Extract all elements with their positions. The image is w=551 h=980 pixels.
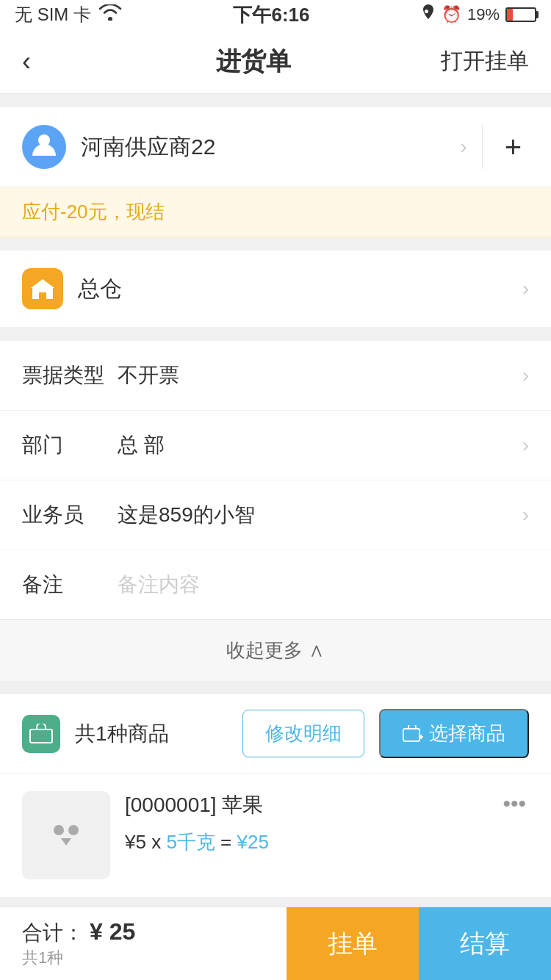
form-section: 票据类型 不开票 › 部门 总 部 › 业务员 这是859的小智 › 备注 备注… bbox=[0, 340, 551, 619]
time-label: 下午6:16 bbox=[233, 2, 309, 28]
product-id: [0000001] bbox=[125, 793, 222, 816]
sales-label: 业务员 bbox=[22, 501, 118, 529]
supplier-name: 河南供应商22 bbox=[81, 132, 460, 162]
section-gap-2 bbox=[0, 237, 551, 251]
product-thumbnail bbox=[22, 791, 110, 879]
nav-bar: ‹ 进货单 打开挂单 bbox=[0, 29, 551, 94]
warehouse-row[interactable]: 总仓 › bbox=[0, 251, 551, 327]
svg-rect-4 bbox=[403, 729, 419, 741]
dept-label: 部门 bbox=[22, 431, 118, 459]
edit-detail-button[interactable]: 修改明细 bbox=[242, 710, 364, 757]
product-count-label: 共1种商品 bbox=[75, 720, 228, 748]
total-label: 合计： bbox=[22, 919, 84, 947]
section-gap-4 bbox=[0, 681, 551, 694]
invoice-row[interactable]: 票据类型 不开票 › bbox=[0, 340, 551, 410]
warehouse-icon bbox=[22, 268, 63, 309]
supplier-divider bbox=[482, 125, 483, 169]
svg-rect-3 bbox=[30, 729, 52, 743]
user-icon bbox=[31, 131, 57, 163]
dept-chevron-icon: › bbox=[522, 433, 529, 457]
product-total: ¥25 bbox=[237, 831, 269, 853]
supplier-section: 河南供应商22 › + 应付-20元，现结 bbox=[0, 107, 551, 237]
checkout-button[interactable]: 结算 bbox=[419, 907, 551, 980]
status-right: ⏰ 19% bbox=[421, 4, 536, 25]
select-product-button[interactable]: 选择商品 bbox=[379, 709, 529, 758]
battery-icon bbox=[505, 7, 536, 22]
product-item: [0000001] 苹果 ¥5 x 5千克 = ¥25 ••• bbox=[0, 773, 551, 897]
owl-icon bbox=[54, 825, 79, 846]
product-more-button[interactable]: ••• bbox=[500, 791, 529, 816]
product-price-row: ¥5 x 5千克 = ¥25 bbox=[125, 829, 485, 855]
back-button[interactable]: ‹ bbox=[22, 46, 66, 77]
remark-label: 备注 bbox=[22, 571, 118, 599]
battery-label: 19% bbox=[467, 5, 500, 24]
remark-input[interactable]: 备注内容 bbox=[118, 571, 529, 599]
remark-row[interactable]: 备注 备注内容 bbox=[0, 550, 551, 619]
status-bar: 无 SIM 卡 下午6:16 ⏰ 19% bbox=[0, 0, 551, 29]
sales-value: 这是859的小智 bbox=[118, 501, 522, 529]
svg-rect-2 bbox=[39, 292, 46, 299]
alarm-icon: ⏰ bbox=[442, 5, 461, 24]
warehouse-section: 总仓 › bbox=[0, 251, 551, 327]
bottom-bar: 合计： ¥ 25 共1种 挂单 结算 bbox=[0, 907, 551, 980]
supplier-chevron-icon: › bbox=[460, 135, 467, 159]
carrier-label: 无 SIM 卡 bbox=[15, 3, 91, 26]
warehouse-name: 总仓 bbox=[78, 274, 522, 304]
product-name: [0000001] 苹果 bbox=[125, 791, 485, 819]
invoice-value: 不开票 bbox=[118, 361, 522, 389]
product-header: 共1种商品 修改明细 选择商品 bbox=[0, 694, 551, 773]
product-icon bbox=[22, 715, 60, 753]
collapse-bar[interactable]: 收起更多 ∧ bbox=[0, 619, 551, 681]
location-icon bbox=[421, 4, 436, 25]
invoice-chevron-icon: › bbox=[522, 364, 529, 387]
select-product-label: 选择商品 bbox=[429, 721, 505, 746]
dept-value: 总 部 bbox=[118, 431, 522, 459]
warehouse-chevron-icon: › bbox=[522, 277, 529, 300]
add-supplier-button[interactable]: + bbox=[497, 131, 529, 164]
total-section: 合计： ¥ 25 共1种 bbox=[0, 907, 287, 980]
collapse-label: 收起更多 ∧ bbox=[226, 639, 324, 661]
product-info: [0000001] 苹果 ¥5 x 5千克 = ¥25 bbox=[125, 791, 485, 855]
section-gap-1 bbox=[0, 94, 551, 107]
total-count: 共1种 bbox=[22, 947, 264, 969]
product-qty: 5千克 bbox=[166, 831, 215, 853]
warning-text: 应付-20元，现结 bbox=[22, 201, 165, 223]
invoice-label: 票据类型 bbox=[22, 361, 118, 389]
wifi-icon bbox=[98, 4, 122, 25]
hang-button[interactable]: 挂单 bbox=[287, 907, 419, 980]
sales-chevron-icon: › bbox=[522, 503, 529, 527]
supplier-avatar bbox=[22, 125, 66, 169]
warning-bar: 应付-20元，现结 bbox=[0, 187, 551, 237]
supplier-row[interactable]: 河南供应商22 › + bbox=[0, 107, 551, 187]
page-title: 进货单 bbox=[216, 45, 291, 79]
section-gap-3 bbox=[0, 327, 551, 340]
total-amount: ¥ 25 bbox=[90, 918, 135, 945]
open-hang-button[interactable]: 打开挂单 bbox=[441, 46, 529, 76]
sales-row[interactable]: 业务员 这是859的小智 › bbox=[0, 480, 551, 550]
dept-row[interactable]: 部门 总 部 › bbox=[0, 410, 551, 480]
status-left: 无 SIM 卡 bbox=[15, 3, 122, 26]
